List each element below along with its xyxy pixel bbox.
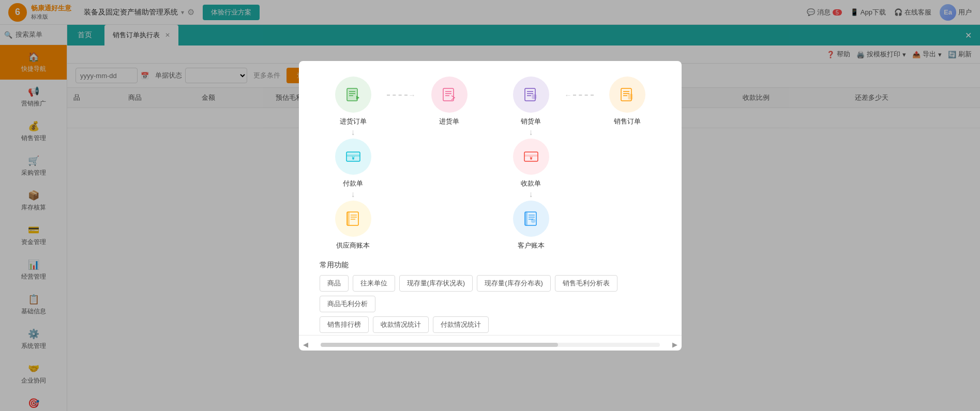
btn-goods[interactable]: 商品 [320,275,349,292]
sales-order-node[interactable]: 销售订单 [594,77,661,126]
svg-rect-15 [443,88,454,101]
payment-bill-node[interactable]: ¥ 付款单 [320,139,387,188]
customer-ledger-label: 客户账本 [518,241,545,250]
col-sales-order: 销售订单 [594,77,661,126]
payment-bill-label: 付款单 [343,179,363,188]
receipt-bill-label: 收款单 [521,179,541,188]
common-buttons-row2: 销售排行榜 收款情况统计 付款情况统计 [320,316,661,333]
sales-bill-icon [513,77,549,113]
svg-text:¥: ¥ [352,156,354,161]
modal: 进货订单 ↓ ¥ [299,61,682,351]
arrow-down-supplier: ↓ [320,190,387,199]
purchase-order-label: 进货订单 [340,117,367,126]
svg-point-32 [531,219,535,223]
purchase-bill-label: 进货单 [439,117,459,126]
arrow-h-sales: ← [565,77,594,99]
common-buttons-row1: 商品 往来单位 现存量(库存状况表) 现存量(库存分布表) 销售毛利分析表 商品… [320,275,661,312]
svg-text:¥: ¥ [530,156,532,161]
col-sales-bill: 销货单 ↓ ¥ 收款单 [497,77,565,250]
supplier-ledger-label: 供应商账本 [336,241,370,250]
scroll-right-icon[interactable]: ▶ [668,341,682,348]
btn-goods-profit[interactable]: 商品毛利分析 [320,296,375,312]
btn-counterparty[interactable]: 往来单位 [353,275,395,292]
svg-marker-5 [356,96,359,100]
btn-sales-profit[interactable]: 销售毛利分析表 [555,275,617,292]
sales-bill-node[interactable]: 销货单 [497,77,565,126]
sales-order-icon [609,77,645,113]
supplier-ledger-node[interactable]: 供应商账本 [320,201,387,250]
purchase-order-icon [335,77,371,113]
btn-sales-rank[interactable]: 销售排行榜 [320,316,369,333]
arrow-down-payment: ↓ [320,128,387,136]
customer-ledger-node[interactable]: 客户账本 [497,201,565,250]
btn-receipt-stats[interactable]: 收款情况统计 [373,316,429,333]
btn-stock-dist[interactable]: 现存量(库存分布表) [477,275,551,292]
arrow-down-receipt: ↓ [497,128,565,136]
modal-scrollbar-thumb[interactable] [321,343,558,347]
common-functions-section: 常用功能 商品 往来单位 现存量(库存状况表) 现存量(库存分布表) 销售毛利分… [320,261,661,333]
flow-diagram: 进货订单 ↓ ¥ [320,77,661,250]
sales-bill-label: 销货单 [521,117,541,126]
common-functions-title: 常用功能 [320,261,661,270]
modal-scrollbar[interactable] [321,343,660,347]
svg-rect-11 [347,212,350,225]
supplier-ledger-icon [335,201,371,237]
btn-stock-status[interactable]: 现存量(库存状况表) [399,275,473,292]
btn-payment-stats[interactable]: 付款情况统计 [433,316,489,333]
modal-overlay[interactable]: 进货订单 ↓ ¥ [0,0,980,411]
purchase-bill-node[interactable]: 进货单 [416,77,483,126]
arrow-h-purchase: → [387,77,416,99]
arrow-down-customer: ↓ [497,190,565,199]
modal-scroll-area: ◀ ▶ [299,335,682,351]
svg-rect-23 [532,95,536,99]
col-purchase-bill: 进货单 [416,77,483,126]
purchase-order-node[interactable]: 进货订单 [320,77,387,126]
receipt-bill-icon: ¥ [513,139,549,175]
customer-ledger-icon [513,201,549,237]
col-purchase: 进货订单 ↓ ¥ [320,77,387,250]
modal-content: 进货订单 ↓ ¥ [299,61,682,335]
modal-scrollbar-track [312,339,668,351]
purchase-bill-icon [431,77,468,113]
svg-rect-28 [525,212,527,225]
payment-bill-icon: ¥ [335,139,371,175]
scroll-left-icon[interactable]: ◀ [299,341,312,348]
svg-rect-0 [347,88,357,101]
svg-rect-37 [628,94,632,99]
receipt-bill-node[interactable]: ¥ 收款单 [497,139,565,188]
sales-order-label: 销售订单 [614,117,641,126]
